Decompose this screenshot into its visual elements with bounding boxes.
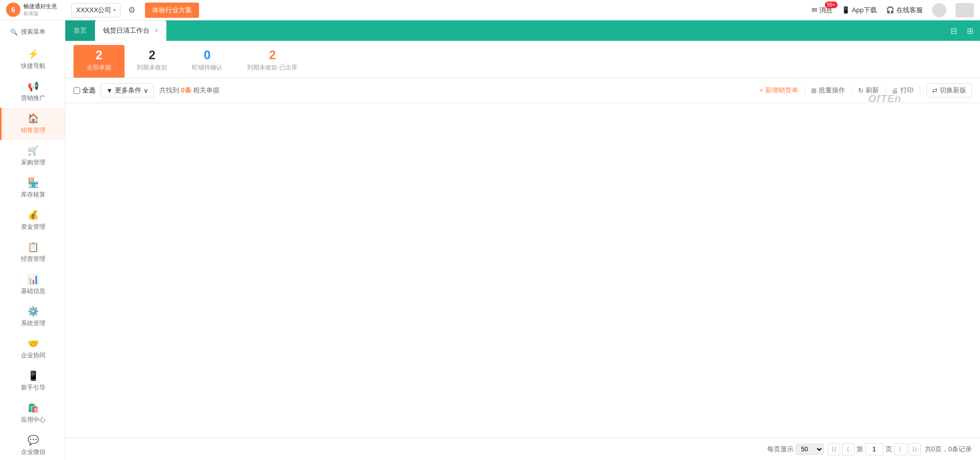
tab-home-label: 首页 bbox=[74, 26, 87, 35]
tab-maximize-button[interactable]: ⊞ bbox=[964, 25, 976, 37]
sales-icon: 🏠 bbox=[28, 113, 39, 124]
sidebar: 🔍 搜索菜单 ⚡ 快捷导航 📢 营销推广 🏠 销售管理 🛒 采购管理 🏪 库存核… bbox=[0, 20, 65, 460]
experience-button[interactable]: 体验行业方案 bbox=[145, 3, 199, 18]
avatar[interactable] bbox=[932, 3, 946, 17]
stats-tabs: 2 全部单据 2 到期未收款 0 旺铺待确认 2 到期未收款 已出库 bbox=[65, 41, 980, 78]
tab-close-button[interactable]: × bbox=[155, 27, 158, 34]
result-info: 共找到 0条 相关单据 bbox=[159, 86, 219, 95]
filter-icon: ▼ bbox=[106, 87, 113, 94]
page-nav: ⟨⟨ ⟨ 第 页 ⟩ ⟩⟩ bbox=[828, 443, 921, 455]
app-center-icon: 🛍️ bbox=[28, 402, 39, 414]
checkbox-input[interactable] bbox=[74, 87, 80, 94]
sidebar-item-label: 采购管理 bbox=[21, 158, 45, 167]
print-label: 打印 bbox=[900, 86, 914, 95]
settings-button[interactable]: ⚙ bbox=[125, 3, 139, 17]
page-size-selector: 每页显示 50 100 200 bbox=[767, 444, 824, 455]
table-area bbox=[65, 103, 980, 438]
operations-icon: 📋 bbox=[28, 241, 39, 253]
sidebar-item-wechat[interactable]: 💬 企业微信 bbox=[0, 429, 65, 460]
sidebar-item-label: 系统管理 bbox=[21, 319, 45, 328]
batch-operation-button[interactable]: ⊞ 批量操作 bbox=[811, 86, 845, 95]
sidebar-item-app-center[interactable]: 🛍️ 应用中心 bbox=[0, 397, 65, 429]
marketing-icon: 📢 bbox=[28, 81, 39, 92]
stat-num-overdue: 2 bbox=[149, 49, 155, 61]
sidebar-item-purchase[interactable]: 🛒 采购管理 bbox=[0, 140, 65, 172]
sidebar-item-label: 销售管理 bbox=[21, 126, 45, 135]
divider4 bbox=[920, 86, 920, 94]
chevron-down-icon: ▾ bbox=[113, 7, 116, 13]
sidebar-item-quick-nav[interactable]: ⚡ 快捷导航 bbox=[0, 43, 65, 76]
header-right: ✉ 消息 99+ 📱 App下载 🎧 在线客服 bbox=[812, 3, 974, 17]
refresh-icon: ↻ bbox=[858, 87, 864, 94]
switch-version-button[interactable]: ⇄ 切换新版 bbox=[926, 83, 972, 98]
sidebar-item-newbie[interactable]: 📱 新手引导 bbox=[0, 365, 65, 397]
company-name: XXXXX公司 bbox=[76, 6, 111, 15]
tab-bar-actions: ⊟ ⊞ bbox=[943, 25, 980, 37]
next-page-button[interactable]: ⟩ bbox=[894, 443, 906, 455]
sidebar-item-finance[interactable]: 💰 资金管理 bbox=[0, 204, 65, 236]
user-menu[interactable] bbox=[955, 3, 974, 17]
sidebar-item-sales[interactable]: 🏠 销售管理 bbox=[0, 108, 65, 140]
stat-tab-overdue[interactable]: 2 到期未收款 bbox=[125, 45, 180, 78]
finance-icon: 💰 bbox=[28, 209, 39, 221]
page-label: 第 bbox=[856, 445, 863, 454]
sidebar-item-label: 库存核算 bbox=[21, 190, 45, 199]
page-input[interactable] bbox=[865, 443, 884, 455]
page-size-select[interactable]: 50 100 200 bbox=[796, 444, 824, 455]
headset-icon: 🎧 bbox=[886, 6, 894, 14]
pagination: 每页显示 50 100 200 ⟨⟨ ⟨ 第 页 ⟩ ⟩⟩ 共0页，0条 bbox=[65, 438, 980, 460]
sidebar-item-marketing[interactable]: 📢 营销推广 bbox=[0, 76, 65, 108]
main-layout: 🔍 搜索菜单 ⚡ 快捷导航 📢 营销推广 🏠 销售管理 🛒 采购管理 🏪 库存核… bbox=[0, 20, 980, 460]
stat-tab-all[interactable]: 2 全部单据 bbox=[74, 45, 125, 78]
sidebar-item-label: 快捷导航 bbox=[21, 62, 45, 70]
prev-page-button[interactable]: ⟨ bbox=[842, 443, 854, 455]
batch-icon: ⊞ bbox=[811, 87, 817, 94]
chevron-down-icon: ∨ bbox=[143, 87, 149, 94]
online-service-button[interactable]: 🎧 在线客服 bbox=[886, 6, 923, 15]
search-icon: 🔍 bbox=[10, 29, 18, 36]
toolbar: 全选 ▼ 更多条件 ∨ 共找到 0条 相关单据 + 新增销货单 bbox=[65, 78, 980, 103]
online-service-label: 在线客服 bbox=[896, 6, 923, 15]
sidebar-item-enterprise[interactable]: 🤝 企业协同 bbox=[0, 333, 65, 365]
divider bbox=[804, 86, 805, 94]
logo-icon: 6 bbox=[6, 3, 20, 17]
wechat-icon: 💬 bbox=[28, 434, 39, 446]
system-icon: ⚙️ bbox=[28, 306, 39, 317]
inventory-icon: 🏪 bbox=[28, 177, 39, 188]
first-page-button[interactable]: ⟨⟨ bbox=[828, 443, 840, 455]
sidebar-item-basic-info[interactable]: 📊 基础信息 bbox=[0, 269, 65, 301]
sidebar-item-label: 营销推广 bbox=[21, 94, 45, 103]
tab-home[interactable]: 首页 bbox=[65, 20, 95, 41]
watermark-text: OfTEn bbox=[868, 93, 901, 105]
message-button[interactable]: ✉ 消息 99+ bbox=[812, 6, 832, 15]
select-all-checkbox[interactable]: 全选 bbox=[74, 86, 95, 95]
batch-label: 批量操作 bbox=[819, 86, 845, 95]
filter-button[interactable]: ▼ 更多条件 ∨ bbox=[101, 83, 154, 98]
switch-label: 切换新版 bbox=[940, 86, 966, 95]
add-sales-order-button[interactable]: + 新增销货单 bbox=[760, 86, 798, 95]
search-menu-button[interactable]: 🔍 搜索菜单 bbox=[6, 25, 59, 39]
page-size-label: 每页显示 bbox=[767, 445, 794, 454]
last-page-button[interactable]: ⟩⟩ bbox=[909, 443, 921, 455]
app-download-button[interactable]: 📱 App下载 bbox=[842, 6, 877, 15]
stat-tab-pending[interactable]: 0 旺铺待确认 bbox=[180, 45, 235, 78]
sidebar-item-system[interactable]: ⚙️ 系统管理 bbox=[0, 301, 65, 333]
sidebar-item-label: 新手引导 bbox=[21, 383, 45, 392]
sidebar-item-operations[interactable]: 📋 经营管理 bbox=[0, 236, 65, 269]
logo-area: 6 畅捷通好生意 标准版 bbox=[6, 3, 71, 17]
stat-label-overdue-out: 到期未收款 已出库 bbox=[247, 63, 298, 72]
app-download-label: App下载 bbox=[852, 6, 877, 15]
stat-tab-overdue-out[interactable]: 2 到期未收款 已出库 bbox=[235, 45, 310, 78]
filter-label: 更多条件 bbox=[115, 86, 141, 95]
enterprise-icon: 🤝 bbox=[28, 338, 39, 349]
toolbar-right: + 新增销货单 ⊞ 批量操作 ↻ 刷新 🖨 打印 bbox=[760, 83, 972, 98]
tab-bar: 首页 钱货日清工作台 × ⊟ ⊞ bbox=[65, 20, 980, 41]
sidebar-item-inventory[interactable]: 🏪 库存核算 bbox=[0, 172, 65, 204]
company-selector[interactable]: XXXXX公司 ▾ bbox=[71, 3, 120, 17]
quick-nav-icon: ⚡ bbox=[28, 49, 39, 60]
tab-active-label: 钱货日清工作台 bbox=[103, 26, 150, 35]
tab-active[interactable]: 钱货日清工作台 × bbox=[95, 20, 166, 41]
newbie-icon: 📱 bbox=[28, 370, 39, 381]
result-prefix: 共找到 bbox=[159, 86, 179, 94]
tab-minimize-button[interactable]: ⊟ bbox=[947, 25, 960, 37]
